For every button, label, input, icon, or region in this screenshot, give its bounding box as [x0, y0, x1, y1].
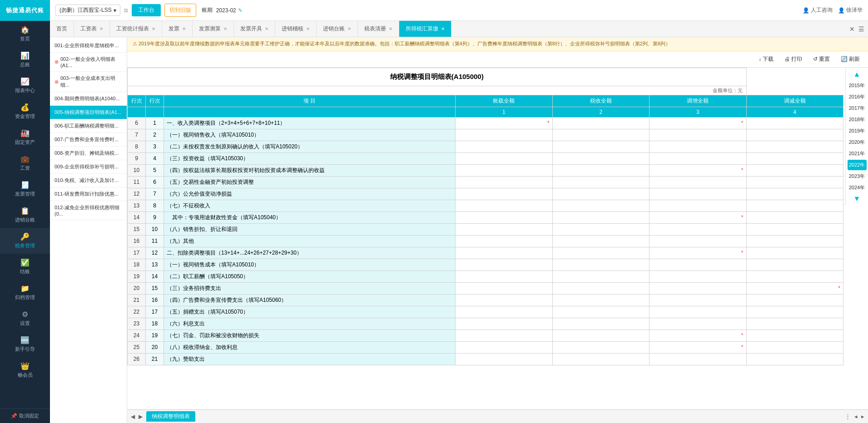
data-c1[interactable] [456, 141, 552, 152]
data-c3[interactable]: * [650, 164, 746, 176]
data-c4[interactable] [746, 235, 843, 247]
tab-close-icon[interactable]: ✕ [441, 26, 445, 31]
bottom-menu-icon[interactable]: ⋮ [845, 413, 851, 420]
data-c1[interactable] [456, 330, 552, 341]
data-c4[interactable] [746, 117, 843, 129]
data-c2[interactable] [552, 259, 649, 271]
data-c3[interactable] [650, 141, 746, 152]
sidebar-item-settle[interactable]: ✅结账 [0, 254, 50, 280]
period-edit-icon[interactable]: ✎ [238, 7, 243, 14]
data-c4[interactable] [746, 212, 843, 223]
tab-close-icon[interactable]: ✕ [347, 26, 351, 31]
data-c3[interactable] [650, 282, 746, 294]
data-c1[interactable] [456, 164, 552, 176]
data-c2[interactable] [552, 353, 649, 365]
workbench-button[interactable]: 工作台 [132, 4, 161, 16]
left-item-006[interactable]: 006-职工薪酬纳税调整明细... [50, 119, 127, 133]
tab-close-icon[interactable]: ✕ [152, 26, 155, 31]
consult-button[interactable]: 👤 人工咨询 [803, 6, 833, 14]
data-c3[interactable] [650, 271, 746, 282]
left-item-009[interactable]: 009-企业所得税弥补亏损明... [50, 160, 127, 174]
tab-close-icon[interactable]: ✕ [389, 26, 392, 31]
data-c2[interactable] [552, 341, 649, 353]
bottom-scroll-left[interactable]: ◂ [854, 413, 858, 420]
data-c1[interactable] [456, 353, 552, 365]
bottom-scroll-right[interactable]: ▸ [861, 413, 864, 420]
nav-tab-税表清册[interactable]: 税表清册✕ [358, 21, 399, 37]
refresh-button[interactable]: 🔄 刷新 [838, 54, 863, 64]
data-c4[interactable] [746, 247, 843, 259]
data-c4[interactable] [746, 271, 843, 282]
data-c3[interactable] [650, 152, 746, 164]
data-c4[interactable] [746, 200, 843, 212]
data-c3[interactable] [650, 223, 746, 235]
sidebar-item-salary[interactable]: 💼工资 [0, 150, 50, 176]
sidebar-item-fixed[interactable]: 🏭固定资产 [0, 124, 50, 150]
data-c1[interactable] [456, 306, 552, 318]
year-btn-2015年[interactable]: 2015年 [848, 80, 867, 91]
data-c1[interactable] [456, 271, 552, 282]
data-c4[interactable] [746, 306, 843, 318]
sidebar-item-purchase[interactable]: 📋进销台账 [0, 202, 50, 228]
left-item-010[interactable]: 010-免税、减计收入及加计... [50, 174, 127, 187]
left-item-005[interactable]: 005-纳税调整项目明细表(A1... [50, 106, 127, 119]
left-item-012[interactable]: 012-减免企业所得税优惠明细(0... [50, 201, 127, 220]
data-c2[interactable] [552, 247, 649, 259]
year-up-icon[interactable]: ▲ [853, 69, 862, 79]
data-c4[interactable] [746, 330, 843, 341]
data-c1[interactable] [456, 247, 552, 259]
sidebar-item-invoice[interactable]: 🧾发票管理 [0, 176, 50, 202]
data-c1[interactable] [456, 188, 552, 200]
tab-close-icon[interactable]: ✕ [223, 26, 227, 31]
data-c4[interactable]: * [746, 282, 843, 294]
data-c3[interactable]: * [650, 117, 746, 129]
company-selector[interactable]: (勿删）江西股宝-LSS ▾ [55, 5, 120, 16]
nav-tab-所得税汇算缴[interactable]: 所得税汇算缴✕ [399, 21, 451, 37]
download-button[interactable]: ↓ 下载 [756, 54, 776, 64]
nav-tab-进销台账[interactable]: 进销台账✕ [317, 21, 358, 37]
nav-tab-发票开具[interactable]: 发票开具✕ [234, 21, 275, 37]
close-all-icon[interactable]: ✕ [849, 25, 855, 33]
data-c3[interactable] [650, 259, 746, 271]
nav-menu-icon[interactable]: ☰ [858, 25, 864, 33]
data-c4[interactable] [746, 129, 843, 141]
data-c2[interactable] [552, 152, 649, 164]
data-c4[interactable] [746, 164, 843, 176]
data-c1[interactable] [456, 318, 552, 330]
data-c2[interactable] [552, 176, 649, 188]
pin-sidebar-button[interactable]: 📌 取消固定 [0, 408, 50, 423]
data-c1[interactable]: * [456, 117, 552, 129]
tab-close-icon[interactable]: ✕ [99, 26, 103, 31]
data-c3[interactable]: * [650, 330, 746, 341]
data-c1[interactable] [456, 223, 552, 235]
left-item-002[interactable]: ⊗002-一般企业收入明细表(A1... [50, 53, 127, 72]
data-c2[interactable] [552, 306, 649, 318]
sidebar-item-archive[interactable]: 📁归档管理 [0, 280, 50, 305]
sidebar-item-setting[interactable]: ⚙设置 [0, 305, 50, 331]
data-c4[interactable] [746, 294, 843, 306]
data-c2[interactable] [552, 330, 649, 341]
data-c3[interactable]: * [650, 247, 746, 259]
sheet-tab[interactable]: 纳税调整明细表 [146, 411, 195, 422]
year-btn-2024年[interactable]: 2024年 [848, 182, 867, 193]
left-item-008[interactable]: 008-资产折旧、摊销及纳税... [50, 147, 127, 160]
nav-tab-发票[interactable]: 发票✕ [162, 21, 193, 37]
data-c1[interactable] [456, 341, 552, 353]
data-c3[interactable] [650, 294, 746, 306]
tab-close-icon[interactable]: ✕ [306, 26, 310, 31]
data-c2[interactable] [552, 164, 649, 176]
left-item-001[interactable]: 001-企业所得税年度纳税申... [50, 39, 127, 53]
data-c3[interactable] [650, 200, 746, 212]
sidebar-item-home[interactable]: 🏠首页 [0, 21, 50, 47]
sidebar-item-tax[interactable]: 🔑税务管理 [0, 228, 50, 254]
data-c1[interactable] [456, 200, 552, 212]
year-btn-2018年[interactable]: 2018年 [848, 114, 867, 125]
user-avatar[interactable]: 👤 徐泽华 [838, 6, 863, 14]
year-btn-2020年[interactable]: 2020年 [848, 137, 867, 148]
data-c1[interactable] [456, 235, 552, 247]
data-c3[interactable] [650, 188, 746, 200]
data-c4[interactable] [746, 318, 843, 330]
data-c3[interactable] [650, 235, 746, 247]
left-item-011[interactable]: 011-研发费用加计扣除优惠... [50, 187, 127, 201]
data-c2[interactable] [552, 200, 649, 212]
